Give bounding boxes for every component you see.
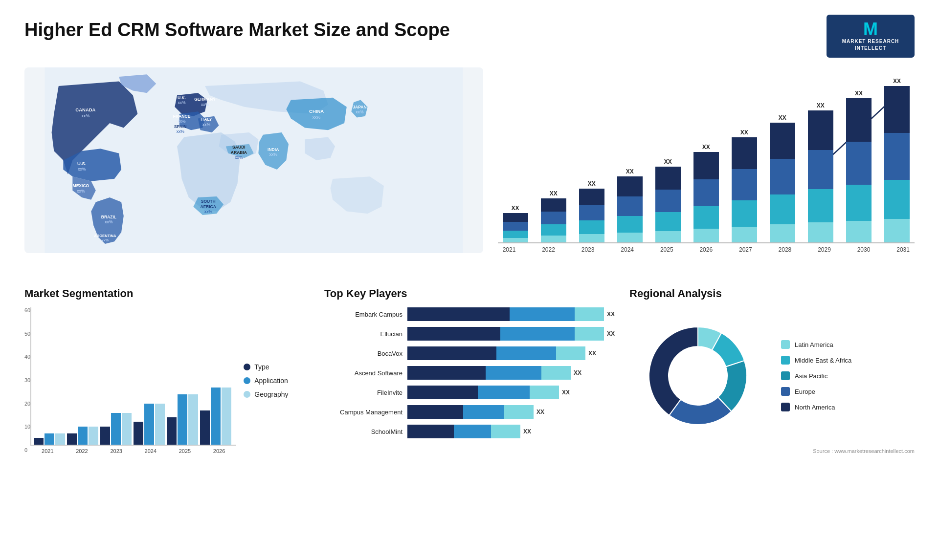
bar-x-labels: 2021202220232024202520262027202820292030… xyxy=(498,243,915,253)
seg-bar-type xyxy=(100,427,110,445)
donut-legend-item: Latin America xyxy=(781,340,851,349)
bar-label: XX xyxy=(664,158,672,165)
bar-group: XX xyxy=(503,205,528,242)
svg-text:xx%: xx% xyxy=(202,122,211,127)
bar-stack xyxy=(770,123,795,242)
seg-x-labels: 202120222023202420252026 xyxy=(30,448,236,454)
svg-text:ARABIA: ARABIA xyxy=(231,150,247,155)
bar-segment xyxy=(655,167,681,190)
player-name: Ellucian xyxy=(324,330,402,338)
seg-bar-group xyxy=(167,394,198,445)
svg-text:xx%: xx% xyxy=(178,119,186,124)
bar-stack xyxy=(693,152,719,242)
bar-group: XX xyxy=(579,180,604,242)
bar-stack xyxy=(541,198,566,242)
bar-year-label: 2026 xyxy=(699,246,713,253)
bar-group: XX xyxy=(770,114,795,242)
bar-segment xyxy=(503,213,528,222)
svg-text:GERMANY: GERMANY xyxy=(194,97,216,102)
bar-segment xyxy=(770,159,795,195)
seg-bar-geography xyxy=(155,404,165,445)
player-bar-seg3 xyxy=(491,425,520,438)
bar-segment xyxy=(541,198,566,212)
bar-group: XX xyxy=(655,158,681,242)
player-xx: XX xyxy=(537,409,544,415)
player-bar-seg3 xyxy=(504,405,534,419)
svg-text:U.K.: U.K. xyxy=(178,95,186,100)
seg-y-axis: 6050403020100 xyxy=(24,307,30,454)
donut-legend-label: Europe xyxy=(795,388,815,395)
map-section: CANADA xx% U.S. xx% MEXICO xx% BRAZIL xx… xyxy=(24,67,483,273)
bar-segment xyxy=(808,150,833,190)
legend-dot xyxy=(244,391,250,398)
player-row: FileInvite XX xyxy=(324,386,615,399)
bar-stack xyxy=(884,86,910,242)
seg-bars xyxy=(30,307,236,446)
seg-bar-geography xyxy=(222,388,231,445)
bar-year-label: 2030 xyxy=(857,246,871,253)
player-bar xyxy=(407,327,604,341)
donut-legend-label: Latin America xyxy=(795,341,833,348)
bar-segment xyxy=(655,212,681,231)
donut-legend-item: Europe xyxy=(781,387,851,396)
seg-x-label: 2021 xyxy=(42,448,53,454)
player-bar-container: XX xyxy=(407,425,615,438)
seg-bar-geography xyxy=(122,413,132,445)
player-row: Embark Campus XX xyxy=(324,307,615,321)
donut-legend-item: Asia Pacific xyxy=(781,371,851,380)
svg-text:xx%: xx% xyxy=(102,238,109,242)
bar-chart: XXXXXXXXXXXXXXXXXXXXXX 20212022202320242… xyxy=(498,87,915,273)
bar-segment xyxy=(693,229,719,242)
map-svg: CANADA xx% U.S. xx% MEXICO xx% BRAZIL xx… xyxy=(24,67,483,253)
donut-legend-label: Asia Pacific xyxy=(795,372,827,380)
seg-y-label: 60 xyxy=(24,307,30,313)
donut-chart xyxy=(629,307,766,444)
svg-text:SAUDI: SAUDI xyxy=(232,145,246,150)
legend-label: Type xyxy=(254,363,269,371)
seg-x-label: 2025 xyxy=(179,448,191,454)
logo: M MARKET RESEARCH INTELLECT xyxy=(827,15,915,58)
player-xx: XX xyxy=(588,350,596,357)
bar-segment xyxy=(808,189,833,222)
bar-segment xyxy=(541,212,566,225)
seg-chart-with-yaxis: 6050403020100 202120222023202420252026 xyxy=(24,307,236,454)
bar-segment xyxy=(617,176,643,196)
seg-y-label: 30 xyxy=(24,377,30,383)
legend-label: Geography xyxy=(254,390,288,398)
player-bar-seg1 xyxy=(407,327,500,341)
seg-bar-group xyxy=(200,388,231,445)
player-bar-seg1 xyxy=(407,386,478,399)
player-row: BocaVox XX xyxy=(324,346,615,360)
svg-text:JAPAN: JAPAN xyxy=(353,105,366,109)
bar-segment xyxy=(655,190,681,213)
legend-label: Application xyxy=(254,377,288,385)
player-bar-seg1 xyxy=(407,307,510,321)
bar-stack xyxy=(808,110,833,242)
segmentation-title: Market Segmentation xyxy=(24,287,310,300)
source-text: Source : www.marketresearchintellect.com xyxy=(629,448,915,454)
seg-y-label: 0 xyxy=(24,447,30,453)
svg-text:xx%: xx% xyxy=(269,152,278,157)
svg-text:xx%: xx% xyxy=(235,155,243,160)
bar-stack xyxy=(617,176,643,242)
bar-segment xyxy=(846,142,872,185)
seg-bar-type xyxy=(67,433,77,445)
seg-y-label: 40 xyxy=(24,354,30,360)
bar-label: XX xyxy=(626,168,634,175)
seg-bar-application xyxy=(45,433,54,445)
seg-bar-application xyxy=(178,394,187,445)
bar-segment xyxy=(617,233,643,242)
player-bar-seg1 xyxy=(407,346,496,360)
bar-label: XX xyxy=(893,78,901,85)
svg-text:INDIA: INDIA xyxy=(268,147,279,152)
players-chart: Embark Campus XXEllucian XXBocaVox XXAsc… xyxy=(324,307,615,438)
player-bar-container: XX xyxy=(407,327,615,341)
bar-segment xyxy=(884,219,910,242)
player-row: Ellucian XX xyxy=(324,327,615,341)
bar-segment xyxy=(503,231,528,238)
seg-bar-application xyxy=(78,427,88,445)
bar-segment xyxy=(884,180,910,219)
bar-segment xyxy=(732,137,757,169)
player-bar-seg2 xyxy=(496,346,556,360)
player-bar-seg2 xyxy=(500,327,575,341)
